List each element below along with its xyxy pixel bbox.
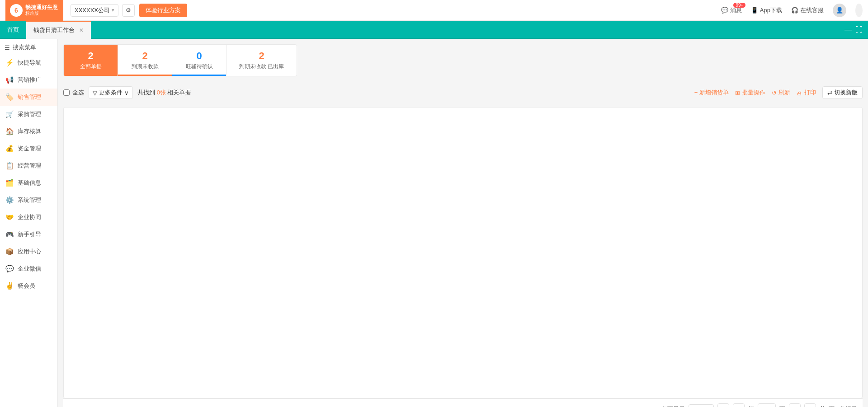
sidebar-item-wechat[interactable]: 💬 企业微信 bbox=[0, 260, 57, 277]
print-label: 打印 bbox=[804, 89, 816, 97]
message-item[interactable]: 💬 消息 99+ bbox=[721, 6, 742, 14]
tab-home[interactable]: 首页 bbox=[0, 21, 26, 39]
settings-icon[interactable]: ⚙ bbox=[122, 4, 135, 17]
stat-all-number: 2 bbox=[88, 50, 93, 62]
sidebar-item-operation[interactable]: 📋 经营管理 bbox=[0, 157, 57, 174]
sidebar-item-label: 新手引导 bbox=[18, 230, 41, 239]
tab-minimize-icon[interactable]: — bbox=[844, 26, 852, 34]
user-name[interactable] bbox=[855, 4, 863, 17]
switch-icon: ⇄ bbox=[827, 89, 832, 96]
tab-close-icon[interactable]: ✕ bbox=[79, 27, 84, 33]
online-service-label: 在线客服 bbox=[800, 6, 824, 14]
member-icon: ✌️ bbox=[5, 282, 14, 290]
stat-overdue-label: 到期未收款 bbox=[132, 63, 159, 70]
logo-sub: 标准版 bbox=[25, 11, 58, 16]
sidebar-item-label: 资金管理 bbox=[18, 145, 41, 153]
more-filters-btn[interactable]: ▽ 更多条件 ∨ bbox=[89, 86, 133, 99]
filter-icon: ▽ bbox=[93, 89, 97, 96]
sales-icon: 🏷️ bbox=[5, 93, 14, 101]
sidebar-item-label: 企业协同 bbox=[18, 213, 41, 221]
stats-row: 2 全部单据 2 到期未收款 0 旺辅待确认 2 到期未收款 已出库 bbox=[63, 44, 297, 76]
chevron-filter-icon: ∨ bbox=[124, 89, 129, 96]
inventory-icon: 🏠 bbox=[5, 127, 14, 136]
found-count: 0张 bbox=[157, 89, 166, 96]
print-btn[interactable]: 🖨 打印 bbox=[797, 89, 816, 97]
stat-overdue-underline bbox=[118, 75, 172, 76]
refresh-btn[interactable]: ↺ 刷新 bbox=[772, 89, 790, 97]
search-menu-label: 搜索菜单 bbox=[13, 43, 36, 51]
logo-area: 6 畅捷通好生意 标准版 bbox=[5, 0, 63, 21]
found-text: 共找到 0张 相关单据 bbox=[137, 89, 191, 97]
system-icon: ⚙️ bbox=[5, 196, 14, 204]
stat-pending-label: 旺辅待确认 bbox=[186, 63, 213, 70]
online-service-item[interactable]: 🎧 在线客服 bbox=[791, 6, 824, 14]
main-layout: ☰ 搜索菜单 ⚡ 快捷导航 📢 营销推广 🏷️ 销售管理 🛒 采购管理 🏠 库存… bbox=[0, 39, 868, 407]
stat-overdue[interactable]: 2 到期未收款 bbox=[118, 45, 172, 76]
operation-icon: 📋 bbox=[5, 162, 14, 170]
sidebar-item-label: 库存核算 bbox=[18, 127, 41, 136]
avatar-icon: 👤 bbox=[836, 7, 843, 14]
logo-title: 畅捷通好生意 bbox=[25, 4, 58, 10]
stat-all-label: 全部单据 bbox=[80, 63, 102, 70]
finance-icon: 💰 bbox=[5, 145, 14, 153]
app-download-item[interactable]: 📱 App下载 bbox=[751, 6, 782, 14]
page-body: 2 全部单据 2 到期未收款 0 旺辅待确认 2 到期未收款 已出库 bbox=[58, 39, 868, 407]
sidebar-item-label: 销售管理 bbox=[18, 93, 41, 101]
sidebar-item-label: 基础信息 bbox=[18, 179, 41, 187]
tab-home-label: 首页 bbox=[7, 26, 19, 34]
prev-page-btn[interactable]: ‹ bbox=[733, 403, 745, 407]
tab-expand-icon[interactable]: ⛶ bbox=[855, 26, 863, 34]
stat-all[interactable]: 2 全部单据 bbox=[64, 45, 118, 76]
first-page-btn[interactable]: « bbox=[717, 403, 729, 407]
page-number-input[interactable] bbox=[758, 403, 776, 407]
experience-button[interactable]: 体验行业方案 bbox=[139, 4, 187, 17]
sidebar-item-purchase[interactable]: 🛒 采购管理 bbox=[0, 106, 57, 123]
per-page-select[interactable]: 50 100 200 bbox=[689, 404, 714, 407]
sidebar-item-marketing[interactable]: 📢 营销推广 bbox=[0, 71, 57, 89]
sidebar-item-guide[interactable]: 🎮 新手引导 bbox=[0, 226, 57, 243]
last-page-btn[interactable]: » bbox=[804, 403, 816, 407]
select-all-checkbox[interactable] bbox=[63, 89, 70, 96]
logo-icon: 6 bbox=[10, 4, 23, 17]
sidebar-item-finance[interactable]: 💰 资金管理 bbox=[0, 140, 57, 157]
sidebar-item-basic-info[interactable]: 🗂️ 基础信息 bbox=[0, 174, 57, 192]
batch-op-btn[interactable]: ⊞ 批量操作 bbox=[735, 89, 765, 97]
logo-text: 畅捷通好生意 标准版 bbox=[25, 4, 58, 16]
switch-new-btn[interactable]: ⇄ 切换新版 bbox=[822, 86, 863, 99]
stat-overdue-out[interactable]: 2 到期未收款 已出库 bbox=[226, 45, 297, 76]
page-suffix: 页 bbox=[779, 405, 785, 407]
sidebar-item-system[interactable]: ⚙️ 系统管理 bbox=[0, 192, 57, 209]
sidebar-item-sales[interactable]: 🏷️ 销售管理 bbox=[0, 89, 57, 106]
sidebar: ☰ 搜索菜单 ⚡ 快捷导航 📢 营销推广 🏷️ 销售管理 🛒 采购管理 🏠 库存… bbox=[0, 39, 58, 407]
new-sales-btn[interactable]: + 新增销货单 bbox=[694, 89, 729, 97]
sidebar-item-cooperation[interactable]: 🤝 企业协同 bbox=[0, 209, 57, 226]
stat-overdue-out-label: 到期未收款 已出库 bbox=[239, 63, 284, 70]
sidebar-item-member[interactable]: ✌️ 畅会员 bbox=[0, 277, 57, 295]
next-page-btn[interactable]: › bbox=[789, 403, 801, 407]
search-menu-item[interactable]: ☰ 搜索菜单 bbox=[0, 39, 57, 54]
sidebar-item-label: 营销推广 bbox=[18, 76, 41, 84]
sidebar-item-label: 应用中心 bbox=[18, 248, 41, 256]
app-download-icon: 📱 bbox=[751, 7, 758, 14]
header-right: 💬 消息 99+ 📱 App下载 🎧 在线客服 👤 bbox=[721, 4, 863, 17]
tab-cashflow[interactable]: 钱货日清工作台 ✕ bbox=[26, 21, 91, 39]
total-label: 共0页,0条记录 bbox=[820, 405, 857, 407]
message-badge: 99+ bbox=[733, 3, 745, 8]
sidebar-item-label: 经营管理 bbox=[18, 162, 41, 170]
avatar[interactable]: 👤 bbox=[833, 4, 846, 17]
sidebar-item-app-center[interactable]: 📦 应用中心 bbox=[0, 243, 57, 260]
quick-nav-icon: ⚡ bbox=[5, 59, 14, 67]
online-service-icon: 🎧 bbox=[791, 7, 798, 14]
company-selector[interactable]: XXXXXX公司 ▾ bbox=[71, 4, 118, 17]
stat-pending[interactable]: 0 旺辅待确认 bbox=[172, 45, 226, 76]
sidebar-item-label: 畅会员 bbox=[18, 282, 35, 290]
select-all-label[interactable]: 全选 bbox=[63, 89, 84, 97]
refresh-label: 刷新 bbox=[778, 89, 790, 97]
sidebar-item-inventory[interactable]: 🏠 库存核算 bbox=[0, 123, 57, 140]
refresh-icon: ↺ bbox=[772, 89, 777, 96]
sidebar-item-quick-nav[interactable]: ⚡ 快捷导航 bbox=[0, 54, 57, 71]
sidebar-item-label: 采购管理 bbox=[18, 110, 41, 118]
stat-overdue-out-number: 2 bbox=[259, 50, 264, 62]
toolbar: 全选 ▽ 更多条件 ∨ 共找到 0张 相关单据 + 新增销货单 bbox=[63, 82, 863, 103]
batch-op-label: 批量操作 bbox=[742, 89, 765, 97]
